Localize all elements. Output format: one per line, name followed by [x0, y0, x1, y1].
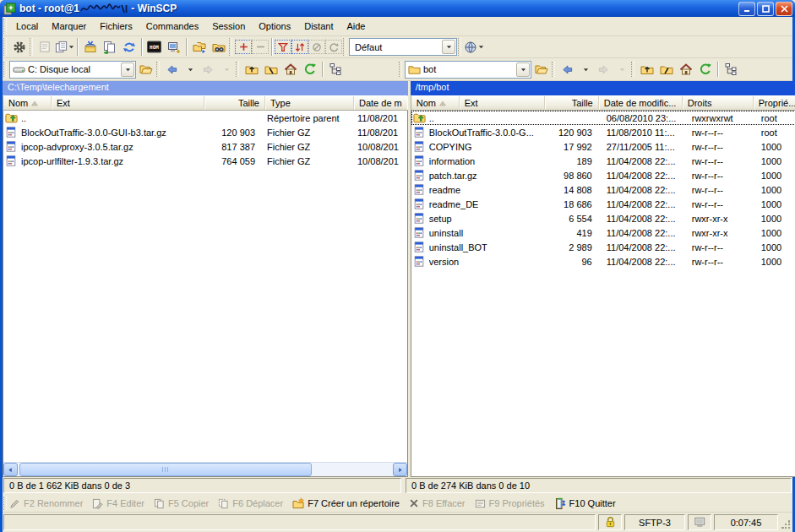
toolbar-grip[interactable]	[3, 497, 7, 510]
menu-marquer[interactable]: Marquer	[45, 19, 93, 34]
file-row[interactable]: readme 14 808 11/04/2008 22:... rw-r--r-…	[411, 182, 795, 197]
transfer-preset-combo[interactable]: Défaut	[349, 38, 457, 56]
menu-commandes[interactable]: Commandes	[139, 19, 205, 34]
toolbar-grip[interactable]	[229, 38, 232, 56]
local-status: 0 B de 1 662 KiB dans 0 de 3	[3, 478, 401, 493]
header-taille[interactable]: Taille	[545, 96, 599, 110]
scrollbar-track[interactable]	[312, 463, 393, 476]
toolbar-separator	[271, 38, 272, 56]
toolbar-grip[interactable]	[156, 62, 160, 77]
header-date[interactable]: Date de m	[354, 96, 407, 110]
file-row[interactable]: .. Répertoire parent 11/08/201	[3, 111, 407, 125]
file-row[interactable]: information 189 11/04/2008 22:... rw-r--…	[411, 154, 795, 168]
right-open-directory-button[interactable]	[531, 60, 551, 79]
left-forward-button	[199, 60, 218, 79]
local-horizontal-scrollbar[interactable]	[3, 462, 407, 476]
file-row[interactable]: setup 6 554 11/04/2008 22:... rwxr-xr-x …	[411, 211, 795, 225]
header-type[interactable]: Type	[265, 96, 354, 110]
file-row[interactable]: BlockOutTraffic-3.0.0-G... 120 903 11/08…	[411, 125, 795, 139]
file-date: 11/04/2008 22:...	[596, 171, 683, 181]
new-session-button[interactable]	[164, 38, 183, 57]
file-row[interactable]: patch.tar.gz 98 860 11/04/2008 22:... rw…	[411, 168, 795, 182]
left-tree-button[interactable]	[325, 60, 345, 79]
sort-button[interactable]	[291, 38, 308, 57]
menu-local[interactable]: Local	[9, 19, 45, 34]
right-parent-directory-button[interactable]	[637, 60, 656, 79]
file-row[interactable]: ipcop-urlfilter-1.9.3.tar.gz 764 059 Fic…	[3, 154, 407, 168]
left-parent-directory-button[interactable]	[242, 60, 261, 79]
scroll-right-button[interactable]	[393, 463, 407, 476]
header-ext[interactable]: Ext	[52, 96, 204, 110]
toolbar-grip[interactable]	[399, 62, 402, 77]
file-row[interactable]: uninstall 419 11/04/2008 22:... rwxr-xr-…	[411, 225, 795, 240]
right-tree-button[interactable]	[721, 60, 740, 79]
file-row[interactable]: version 96 11/04/2008 22:... rw-r--r-- 1…	[411, 254, 795, 269]
pages-dropdown-button[interactable]	[55, 38, 74, 57]
minimize-button[interactable]	[738, 2, 755, 16]
menu-grip[interactable]	[3, 19, 7, 34]
menu-aide[interactable]: Aide	[340, 19, 372, 34]
left-back-history-dropdown[interactable]	[182, 60, 199, 79]
toolbar-grip[interactable]	[3, 38, 7, 56]
menu-options[interactable]: Options	[252, 19, 297, 34]
remote-directory-combo[interactable]: bot	[405, 61, 531, 79]
toolbar-grip[interactable]	[3, 62, 7, 77]
scroll-left-button[interactable]	[3, 463, 18, 476]
header-date[interactable]: Date de modific...	[599, 96, 683, 110]
combo-dropdown-button[interactable]	[442, 40, 455, 54]
find-files-button[interactable]	[209, 38, 228, 57]
file-row[interactable]: uninstall_BOT 2 989 11/04/2008 22:... rw…	[411, 240, 795, 254]
toolbar-grip[interactable]	[343, 38, 346, 56]
reload-button[interactable]	[119, 38, 139, 57]
left-root-directory-button[interactable]	[261, 60, 280, 79]
resize-grip[interactable]	[781, 514, 792, 530]
file-row[interactable]: BlockOutTraffic-3.0.0-GUI-b3.tar.gz 120 …	[3, 125, 407, 139]
file-row[interactable]: COPYING 17 992 27/11/2005 11:... rw-r--r…	[411, 139, 795, 154]
toolbar-grip[interactable]	[458, 38, 461, 56]
console-button[interactable]: HOM	[144, 38, 164, 57]
f7-create-directory-button[interactable]: F7 Créer un répertoire	[292, 497, 400, 509]
header-droits[interactable]: Droits	[683, 96, 754, 110]
transfer-options-globe-button[interactable]	[464, 38, 484, 57]
filter-button[interactable]	[275, 38, 291, 57]
right-refresh-button[interactable]	[695, 60, 715, 79]
header-taille[interactable]: Taille	[204, 96, 265, 110]
left-refresh-button[interactable]	[300, 60, 319, 79]
synchronize-button[interactable]	[80, 38, 100, 57]
right-back-history-dropdown[interactable]	[577, 60, 594, 79]
f10-quit-button[interactable]: F10 Quitter	[554, 497, 616, 509]
toolbar-grip[interactable]	[552, 62, 555, 77]
scrollbar-thumb[interactable]	[19, 463, 312, 476]
right-back-button[interactable]	[558, 60, 577, 79]
left-home-directory-button[interactable]	[280, 60, 300, 79]
combo-dropdown-button[interactable]	[516, 62, 530, 77]
menu-fichiers[interactable]: Fichiers	[93, 19, 139, 34]
local-path-bar[interactable]: C:\Temp\telechargement	[3, 81, 408, 95]
synchronize-browsing-button[interactable]	[189, 38, 209, 57]
file-row[interactable]: .. 06/08/2010 23:... rwxrwxrwt root	[411, 111, 795, 125]
file-row[interactable]: readme_DE 18 686 11/04/2008 22:... rw-r-…	[411, 197, 795, 211]
menu-session[interactable]: Session	[205, 19, 252, 34]
header-nom[interactable]: Nom	[411, 96, 460, 110]
right-home-directory-button[interactable]	[676, 60, 695, 79]
maximize-button[interactable]	[757, 2, 774, 16]
left-back-button[interactable]	[162, 60, 182, 79]
right-root-directory-button[interactable]	[656, 60, 676, 79]
remote-path-bar[interactable]: /tmp/bot	[411, 81, 795, 95]
file-row[interactable]: ipcop-advproxy-3.0.5.tar.gz 817 387 Fich…	[3, 139, 407, 154]
select-button[interactable]	[235, 38, 252, 57]
toolbar-grip[interactable]	[631, 62, 634, 77]
duplicate-button[interactable]	[100, 38, 119, 57]
drive-combo[interactable]: C: Disque local	[9, 61, 136, 79]
close-button[interactable]	[776, 2, 792, 16]
menu-distant[interactable]: Distant	[297, 19, 340, 34]
left-open-directory-button[interactable]	[136, 60, 155, 79]
header-ext[interactable]: Ext	[460, 96, 545, 110]
title-bar[interactable]: bot - root@1 - WinSCP	[0, 0, 795, 17]
header-nom[interactable]: Nom	[3, 96, 52, 110]
combo-dropdown-button[interactable]	[121, 62, 134, 77]
preferences-button[interactable]	[9, 38, 29, 57]
toolbar-grip[interactable]	[30, 38, 33, 56]
header-proprietaire[interactable]: Proprié...	[754, 96, 795, 110]
toolbar-grip[interactable]	[236, 62, 239, 77]
